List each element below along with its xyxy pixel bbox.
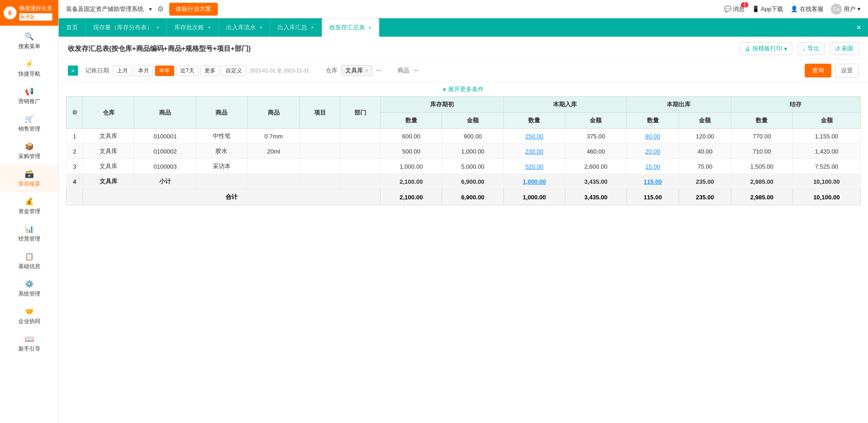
date-btn-custom[interactable]: 自定义: [221, 66, 246, 76]
th-group-closing: 结存: [731, 97, 860, 113]
row2-project: [300, 144, 340, 159]
tab-receipt-summary-label: 收发存汇总表: [329, 23, 365, 32]
row1-out-qty[interactable]: 80.00: [627, 129, 679, 144]
expand-more-button[interactable]: ▾ 展开更多条件: [443, 85, 484, 93]
row3-in-qty-link[interactable]: 520.00: [525, 163, 543, 170]
print-icon: 🖨: [745, 45, 751, 52]
export-button[interactable]: ↓ 导出: [798, 42, 825, 55]
purchase-icon: 📦: [25, 142, 34, 151]
tabbar-close-all[interactable]: ×: [850, 18, 868, 37]
sidebar-item-basic[interactable]: 📋 基础信息: [0, 247, 58, 275]
online-service-link[interactable]: 👤 在线客服: [791, 5, 824, 13]
refresh-button[interactable]: ↺ 刷新: [830, 42, 859, 55]
row3-opening-qty: 1,000.00: [381, 159, 442, 174]
row3-out-qty-link[interactable]: 15.00: [645, 163, 660, 170]
row2-out-qty-link[interactable]: 20.00: [645, 148, 660, 155]
sidebar-label-basic: 基础信息: [18, 263, 40, 270]
tab-inout-flow[interactable]: 出入库流水 ×: [219, 18, 270, 37]
th-in-amt: 金额: [565, 113, 626, 129]
print-dropdown-icon: ▾: [784, 45, 787, 52]
subtotal-no: 4: [66, 174, 83, 189]
tab-batch-close[interactable]: ×: [208, 25, 210, 30]
quicknav-icon: ⚡: [25, 60, 34, 68]
tab-inventory-dist[interactable]: 现存量（库存分布表） ×: [86, 18, 167, 37]
tab-inventory-dist-close[interactable]: ×: [156, 25, 159, 30]
app-download-link[interactable]: 📱 App下载: [752, 5, 783, 13]
subtotal-in-qty[interactable]: 1,000.00: [503, 174, 565, 189]
tab-inout-summary-close[interactable]: ×: [311, 25, 314, 30]
row2-in-qty[interactable]: 230.00: [503, 144, 565, 159]
row1-in-qty-link[interactable]: 250.00: [525, 133, 543, 140]
sidebar-item-inventory[interactable]: 🗃️ 库存核算: [0, 165, 58, 192]
sidebar-item-sales[interactable]: 🛒 销售管理: [0, 110, 58, 137]
tab-batch[interactable]: 库存批次账 ×: [167, 18, 218, 37]
sidebar-item-enterprise[interactable]: 🤝 企业协同: [0, 302, 58, 330]
tab-inout-summary[interactable]: 出入库汇总 ×: [270, 18, 321, 37]
row3-out-qty[interactable]: 15.00: [627, 159, 679, 174]
row3-closing-amt: 7,525.00: [793, 159, 861, 174]
setting-button[interactable]: 设置: [835, 64, 859, 77]
subtotal-in-qty-link[interactable]: 1,000.00: [523, 178, 546, 185]
print-button[interactable]: 🖨 按模板打印 ▾: [740, 42, 792, 55]
message-button[interactable]: 💬 消息 6: [724, 5, 745, 13]
settings-icon[interactable]: ⚙: [157, 5, 164, 13]
date-btn-this-month[interactable]: 本月: [134, 66, 153, 76]
th-in-qty: 数量: [503, 113, 565, 129]
row2-out-qty[interactable]: 20.00: [627, 144, 679, 159]
system-icon: ⚙️: [25, 280, 34, 288]
trial-button[interactable]: 体验行业方案: [169, 3, 218, 16]
subtotal-out-qty[interactable]: 115.00: [627, 174, 679, 189]
date-btn-last-month[interactable]: 上月: [113, 66, 132, 76]
filter-toggle[interactable]: »: [68, 66, 78, 76]
warehouse-tag-remove[interactable]: ×: [365, 68, 368, 73]
subtotal-col4: [248, 174, 300, 189]
row3-warehouse: 文具库: [83, 159, 134, 174]
page-title: 收发存汇总表(按仓库+商品编码+商品+规格型号+项目+部门): [68, 44, 251, 53]
row1-opening-amt: 900.00: [442, 129, 503, 144]
warehouse-tag: 文具库 ×: [341, 65, 372, 76]
tab-receipt-summary-close[interactable]: ×: [369, 25, 371, 30]
sidebar-item-search[interactable]: 🔍 搜索菜单: [0, 27, 58, 55]
row1-no: 1: [66, 129, 83, 144]
subtotal-out-qty-link[interactable]: 115.00: [644, 178, 662, 185]
sidebar-item-system[interactable]: ⚙️ 系统管理: [0, 275, 58, 302]
goods-label: 商品: [398, 66, 409, 75]
sidebar-item-marketing[interactable]: 📢 营销推广: [0, 82, 58, 110]
goods-more[interactable]: ···: [413, 67, 419, 74]
row1-in-qty[interactable]: 250.00: [503, 129, 565, 144]
sidebar-item-purchase[interactable]: 📦 采购管理: [0, 137, 58, 165]
page-header: 收发存汇总表(按仓库+商品编码+商品+规格型号+项目+部门) 🖨 按模板打印 ▾…: [59, 37, 868, 59]
row3-in-qty[interactable]: 520.00: [503, 159, 565, 174]
row2-out-amt: 40.00: [679, 144, 731, 159]
row1-goods-spec: 0.7mm: [248, 129, 300, 144]
tab-inout-flow-close[interactable]: ×: [260, 25, 262, 30]
system-dropdown[interactable]: ▾: [149, 6, 152, 12]
th-opening-amt: 金额: [442, 113, 503, 129]
query-button[interactable]: 查询: [805, 64, 831, 77]
tab-receipt-summary[interactable]: 收发存汇总表 ×: [322, 18, 379, 37]
date-btn-7days[interactable]: 近7天: [176, 66, 199, 76]
sidebar-item-guide[interactable]: 📖 新手引导: [0, 330, 58, 357]
user-menu[interactable]: Ea 用户 ▾: [831, 4, 861, 15]
date-btn-more[interactable]: 更多: [200, 66, 220, 76]
sidebar-logo: 6 畅捷通好生意 标准版: [0, 0, 58, 26]
row2-in-qty-link[interactable]: 230.00: [525, 148, 543, 155]
subtotal-label: 小计: [134, 174, 196, 189]
guide-icon: 📖: [25, 335, 34, 343]
sidebar-item-quicknav[interactable]: ⚡ 快捷导航: [0, 55, 58, 82]
tab-home[interactable]: 首页: [59, 18, 86, 37]
date-btn-this-year[interactable]: 本年: [155, 66, 174, 76]
sidebar-item-finance[interactable]: 💰 资金管理: [0, 192, 58, 220]
warehouse-label: 仓库: [326, 66, 337, 75]
subtotal-col5: [300, 174, 340, 189]
th-out-qty: 数量: [627, 113, 679, 129]
warehouse-more[interactable]: ···: [376, 67, 381, 74]
subtotal-out-amt: 235.00: [679, 174, 731, 189]
row1-out-qty-link[interactable]: 80.00: [645, 133, 660, 140]
user-dropdown-icon: ▾: [857, 5, 861, 12]
sidebar-item-operations[interactable]: 📊 经营管理: [0, 220, 58, 247]
th-setting[interactable]: ⚙: [66, 97, 83, 129]
footer-label: 合计: [83, 189, 381, 205]
column-setting-icon[interactable]: ⚙: [72, 109, 77, 116]
topbar: 装备及固定资产辅助管理系统 ▾ ⚙ 体验行业方案 💬 消息 6 📱 App下载 …: [59, 0, 868, 18]
